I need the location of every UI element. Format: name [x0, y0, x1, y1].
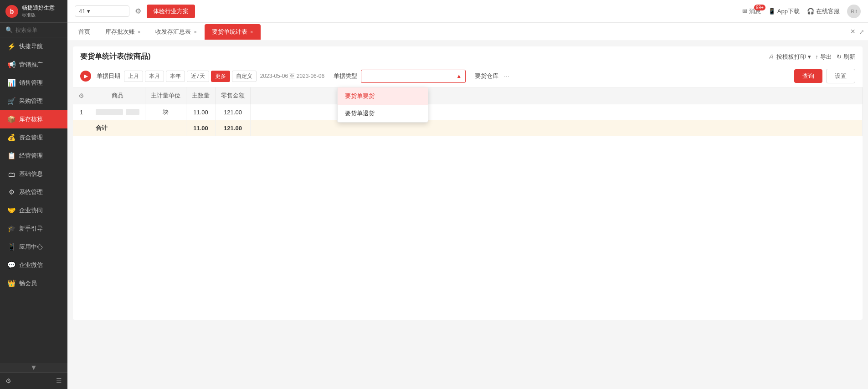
sidebar-item-quick-nav[interactable]: ⚡ 快捷导航 — [0, 37, 67, 56]
store-id: 41 — [79, 8, 85, 15]
tabbar-actions: × ⤢ — [850, 27, 864, 36]
sidebar-item-system[interactable]: ⚙ 系统管理 — [0, 183, 67, 201]
store-dropdown-icon: ▾ — [87, 8, 90, 15]
sidebar-item-sales[interactable]: 📊 销售管理 — [0, 74, 67, 92]
operations-icon: 📋 — [7, 152, 15, 160]
enterprise-collab-icon: 🤝 — [7, 206, 15, 215]
message-btn[interactable]: ✉ 消息 99+ — [742, 7, 761, 15]
sidebar-logo: b 畅捷通好生意 标准版 — [0, 0, 67, 23]
col-amount: 零售金额 — [216, 87, 251, 104]
trial-btn[interactable]: 体验行业方案 — [147, 5, 195, 18]
table-head: ⚙ 商品 主计量单位 主数量 零售金额 — [73, 87, 863, 104]
tab-receive-summary-close[interactable]: × — [194, 29, 196, 35]
message-badge: 99+ — [754, 5, 765, 10]
sidebar-item-member[interactable]: 👑 畅会员 — [0, 274, 67, 292]
query-btn[interactable]: 查询 — [794, 69, 822, 83]
content-area: 要货单统计表(按商品) 🖨 按模板打印 ▾ ↑ 导出 ↻ 刷新 — [67, 41, 868, 389]
online-service-btn[interactable]: 🎧 在线客服 — [807, 7, 840, 15]
sidebar-item-label: 采购管理 — [19, 97, 43, 105]
refresh-btn[interactable]: ↻ 刷新 — [837, 53, 855, 61]
cell-product — [90, 104, 145, 120]
product-code-placeholder — [126, 109, 139, 115]
date-btn-this-year[interactable]: 本年 — [166, 71, 185, 82]
export-btn[interactable]: ↑ 导出 — [816, 53, 832, 61]
logo-icon: b — [5, 5, 18, 18]
sidebar-item-enterprise-collab[interactable]: 🤝 企业协同 — [0, 201, 67, 220]
sidebar-item-operations[interactable]: 📋 经营管理 — [0, 147, 67, 165]
tab-home[interactable]: 首页 — [71, 24, 98, 40]
store-selector[interactable]: 41 ▾ — [75, 5, 129, 17]
sidebar-search[interactable]: 🔍 — [0, 23, 67, 37]
logo-text: 畅捷通好生意 标准版 — [22, 5, 55, 18]
dropdown-item-order[interactable]: 要货单要货 — [338, 87, 428, 105]
sidebar-item-label: 快捷导航 — [19, 42, 43, 51]
page-title: 要货单统计表(按商品) — [80, 52, 151, 61]
sidebar-item-guide[interactable]: 🎓 新手引导 — [0, 220, 67, 238]
sidebar-item-label: 畅会员 — [19, 279, 37, 287]
inventory-icon: 📦 — [7, 115, 15, 123]
tab-receive-summary[interactable]: 收发存汇总表 × — [148, 24, 204, 40]
sidebar-item-label: 营销推广 — [19, 61, 43, 69]
quick-nav-icon: ⚡ — [7, 42, 15, 51]
sidebar-scroll-down[interactable]: ▼ — [0, 363, 67, 372]
settings-footer-icon[interactable]: ⚙ — [5, 377, 11, 384]
sidebar-item-label: 资金管理 — [19, 133, 43, 142]
print-btn[interactable]: 🖨 按模板打印 ▾ — [769, 53, 811, 61]
tab-inventory-batch-close[interactable]: × — [138, 29, 140, 35]
type-selector[interactable]: ▲ — [361, 70, 466, 83]
app-center-icon: 📱 — [7, 243, 15, 251]
page-actions: 🖨 按模板打印 ▾ ↑ 导出 ↻ 刷新 — [769, 53, 856, 61]
type-dropdown: 要货单要货 要货单退货 — [337, 87, 428, 123]
tab-order-stats-close[interactable]: × — [250, 29, 253, 35]
sidebar-item-marketing[interactable]: 📢 营销推广 — [0, 56, 67, 74]
type-label: 单据类型 — [334, 72, 357, 80]
sidebar-item-basic-info[interactable]: 🗃 基础信息 — [0, 165, 67, 183]
app-download-btn[interactable]: 📱 App下载 — [768, 7, 800, 15]
type-dropdown-arrow[interactable]: ▲ — [456, 73, 462, 79]
product-name-placeholder — [96, 109, 123, 115]
tab-order-stats[interactable]: 要货单统计表 × — [205, 24, 261, 40]
date-btn-more[interactable]: 更多 — [211, 71, 230, 82]
sidebar-item-purchase[interactable]: 🛒 采购管理 — [0, 92, 67, 110]
main-content: 41 ▾ ⚙ 体验行业方案 ✉ 消息 99+ 📱 App下载 🎧 在线客服 Ri… — [67, 0, 868, 389]
sidebar-item-label: 库存核算 — [19, 115, 43, 123]
topbar-gear-icon[interactable]: ⚙ — [135, 7, 141, 15]
tab-inventory-batch[interactable]: 库存批次账 × — [98, 24, 148, 40]
sidebar-nav: ⚡ 快捷导航 📢 营销推广 📊 销售管理 🛒 采购管理 📦 库存核算 💰 资金管… — [0, 37, 67, 363]
sidebar-item-app-center[interactable]: 📱 应用中心 — [0, 238, 67, 256]
tabbar-close-all-btn[interactable]: × — [850, 27, 855, 36]
sidebar-item-wechat[interactable]: 💬 企业微信 — [0, 256, 67, 274]
table-foot: 合计 11.00 121.00 — [73, 120, 863, 136]
settings-btn[interactable]: 设置 — [826, 69, 855, 83]
search-icon: 🔍 — [5, 26, 13, 33]
date-btn-7days[interactable]: 近7天 — [187, 71, 209, 82]
date-btn-this-month[interactable]: 本月 — [145, 71, 164, 82]
sidebar-item-label: 系统管理 — [19, 188, 43, 196]
message-icon: ✉ — [742, 8, 747, 15]
sidebar-item-finance[interactable]: 💰 资金管理 — [0, 128, 67, 147]
app-label: App下载 — [777, 7, 800, 15]
type-input[interactable] — [365, 71, 456, 82]
warehouse-more-icon[interactable]: ··· — [504, 72, 509, 80]
cell-unit: 块 — [145, 104, 186, 120]
tab-home-label: 首页 — [78, 28, 90, 36]
col-settings-icon[interactable]: ⚙ — [78, 92, 84, 99]
avatar-text: Rit — [851, 9, 857, 14]
col-product: 商品 — [90, 87, 145, 104]
total-amount-cell: 121.00 — [216, 120, 251, 136]
sidebar-item-inventory[interactable]: 📦 库存核算 — [0, 110, 67, 128]
avatar[interactable]: Rit — [847, 5, 861, 18]
tab-inventory-batch-label: 库存批次账 — [105, 28, 135, 36]
tabbar-expand-btn[interactable]: ⤢ — [859, 28, 864, 36]
date-btn-custom[interactable]: 自定义 — [232, 71, 257, 82]
service-icon: 🎧 — [807, 8, 814, 15]
menu-collapse-icon[interactable]: ☰ — [56, 377, 62, 384]
dropdown-item-return[interactable]: 要货单退货 — [338, 105, 428, 122]
table-header-row: ⚙ 商品 主计量单位 主数量 零售金额 — [73, 87, 863, 104]
filter-expand-btn[interactable]: ▶ — [80, 71, 91, 82]
sidebar-item-label: 销售管理 — [19, 79, 43, 87]
member-icon: 👑 — [7, 279, 15, 287]
wechat-icon: 💬 — [7, 261, 15, 269]
date-btn-last-month[interactable]: 上月 — [124, 71, 143, 82]
guide-icon: 🎓 — [7, 225, 15, 233]
